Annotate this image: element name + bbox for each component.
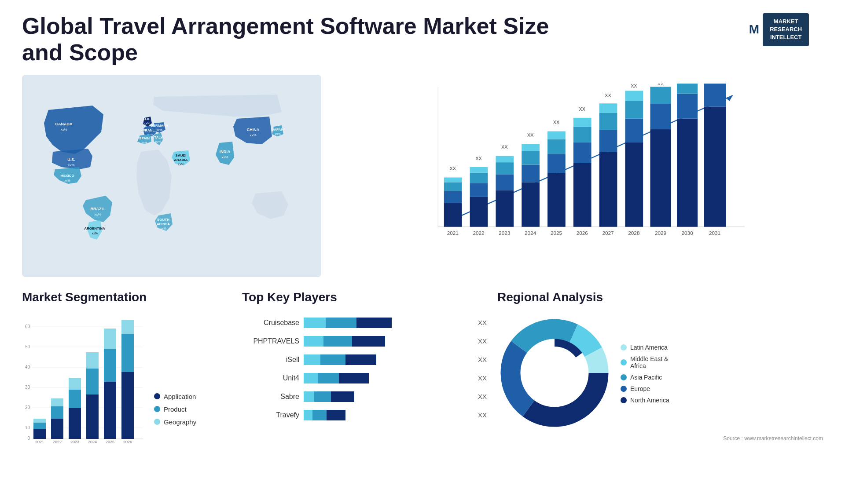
- svg-rect-96: [704, 84, 726, 106]
- svg-rect-80: [625, 118, 643, 142]
- svg-text:xx%: xx%: [141, 141, 147, 144]
- svg-text:2025: 2025: [551, 230, 562, 235]
- svg-text:SOUTH: SOUTH: [157, 218, 169, 222]
- svg-text:2025: 2025: [106, 440, 114, 443]
- player-bar: [304, 316, 471, 330]
- svg-rect-49: [496, 190, 514, 226]
- page-title: Global Travel Arrangement Software Marke…: [22, 13, 550, 66]
- header: Global Travel Arrangement Software Marke…: [22, 13, 823, 66]
- svg-text:XX: XX: [527, 132, 533, 138]
- svg-rect-74: [599, 130, 617, 152]
- svg-rect-115: [33, 419, 46, 423]
- svg-text:10: 10: [25, 425, 30, 430]
- svg-text:XX: XX: [631, 84, 637, 88]
- svg-rect-85: [650, 129, 671, 227]
- svg-text:2022: 2022: [53, 440, 62, 443]
- svg-rect-38: [444, 191, 462, 203]
- svg-text:XX: XX: [579, 106, 585, 111]
- svg-rect-61: [547, 173, 566, 226]
- svg-rect-129: [104, 382, 116, 439]
- svg-rect-114: [33, 423, 46, 429]
- svg-text:AFRICA: AFRICA: [157, 222, 170, 226]
- svg-text:2028: 2028: [628, 230, 640, 235]
- legend-dot-north-america: [621, 397, 627, 403]
- player-bar: [304, 353, 471, 367]
- svg-text:2021: 2021: [447, 230, 459, 235]
- svg-rect-92: [677, 84, 698, 94]
- legend-item-north-america: North America: [621, 397, 669, 404]
- svg-rect-63: [547, 139, 566, 153]
- svg-rect-68: [573, 142, 592, 163]
- page: Global Travel Arrangement Software Marke…: [0, 0, 845, 504]
- svg-text:2030: 2030: [682, 230, 694, 235]
- legend-dot-application: [154, 393, 160, 399]
- svg-rect-135: [121, 320, 134, 334]
- svg-rect-52: [496, 156, 514, 162]
- svg-rect-125: [86, 394, 99, 439]
- svg-rect-56: [522, 164, 540, 182]
- donut-chart: [497, 316, 612, 432]
- svg-text:xx%: xx%: [144, 122, 150, 125]
- svg-rect-55: [522, 182, 540, 226]
- svg-rect-75: [599, 113, 617, 130]
- svg-text:XX: XX: [553, 120, 559, 125]
- svg-text:0: 0: [27, 436, 30, 441]
- svg-rect-130: [104, 349, 116, 382]
- svg-text:XX: XX: [605, 92, 611, 98]
- legend-item-geography: Geography: [154, 418, 196, 426]
- svg-text:2021: 2021: [35, 440, 44, 443]
- svg-text:xx%: xx%: [221, 155, 228, 159]
- svg-text:2029: 2029: [655, 230, 666, 235]
- svg-rect-121: [69, 408, 81, 439]
- svg-rect-70: [573, 117, 592, 126]
- svg-text:2023: 2023: [499, 230, 511, 235]
- player-value: XX: [475, 393, 489, 400]
- player-row: Travefy XX: [242, 408, 489, 422]
- segmentation-section: Market Segmentation 60 50 40 30 20 10 0: [22, 290, 233, 466]
- player-value: XX: [475, 374, 489, 382]
- svg-text:2023: 2023: [70, 440, 79, 443]
- svg-rect-40: [444, 177, 462, 182]
- svg-text:30: 30: [25, 385, 30, 390]
- svg-text:50: 50: [25, 344, 30, 349]
- segmentation-title: Market Segmentation: [22, 290, 233, 304]
- svg-text:xx%: xx%: [275, 132, 280, 135]
- svg-text:SPAIN: SPAIN: [139, 136, 150, 140]
- svg-text:BRAZIL: BRAZIL: [91, 207, 105, 211]
- logo-letter: M: [749, 22, 759, 37]
- player-row: PHPTRAVELS XX: [242, 334, 489, 348]
- logo-area: M MARKET RESEARCH INTELLECT: [735, 13, 823, 46]
- player-value: XX: [475, 337, 489, 345]
- svg-rect-73: [599, 152, 617, 226]
- legend-item-latin-america: Latin America: [621, 344, 669, 351]
- svg-text:xx%: xx%: [250, 133, 256, 137]
- svg-text:xx%: xx%: [156, 128, 162, 131]
- key-players-title: Top Key Players: [242, 290, 489, 304]
- svg-text:60: 60: [25, 324, 30, 329]
- logo-text: MARKET RESEARCH INTELLECT: [763, 13, 809, 46]
- svg-rect-57: [522, 151, 540, 164]
- svg-rect-79: [625, 142, 643, 226]
- svg-text:CHINA: CHINA: [247, 128, 260, 132]
- svg-text:XX: XX: [475, 155, 481, 161]
- svg-rect-67: [573, 163, 592, 227]
- middle-east-label: Middle East &Africa: [630, 355, 668, 369]
- player-value: XX: [475, 356, 489, 363]
- svg-rect-148: [304, 373, 318, 383]
- regional-title: Regional Analysis: [497, 290, 823, 304]
- player-name: PHPTRAVELS: [242, 337, 299, 345]
- svg-rect-86: [650, 103, 671, 129]
- svg-rect-119: [51, 398, 63, 406]
- svg-rect-118: [51, 406, 63, 419]
- svg-text:xx%: xx%: [94, 212, 101, 216]
- svg-rect-126: [86, 369, 99, 394]
- svg-text:XX: XX: [449, 166, 456, 171]
- legend-dot-asia-pacific: [621, 374, 627, 380]
- key-players-section: Top Key Players Cruisebase XX: [242, 290, 489, 466]
- legend-item-europe: Europe: [621, 385, 669, 392]
- svg-rect-139: [304, 318, 326, 328]
- player-bar: [304, 408, 471, 422]
- svg-rect-45: [470, 172, 488, 183]
- svg-text:20: 20: [25, 405, 30, 410]
- legend-item-product: Product: [154, 405, 196, 413]
